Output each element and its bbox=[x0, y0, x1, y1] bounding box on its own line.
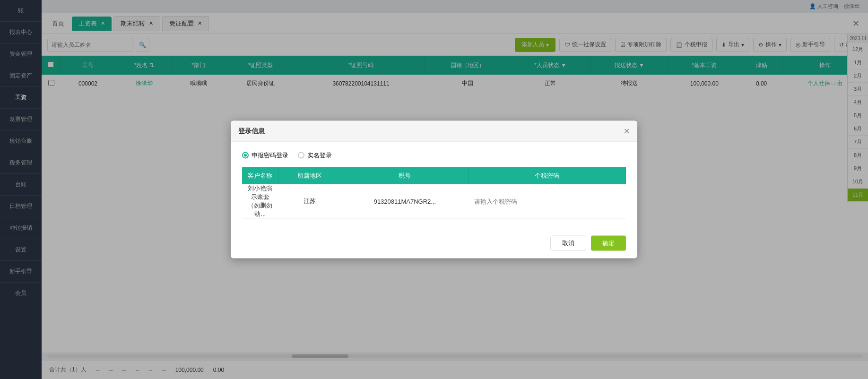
inner-table-row: 刘小艳演示账套（勿删勿动... 江苏 91320811MA7NGR2... bbox=[242, 184, 626, 219]
modal-close-icon[interactable]: ✕ bbox=[624, 127, 630, 136]
modal-header: 登录信息 ✕ bbox=[231, 121, 637, 142]
modal-footer: 取消 确定 bbox=[231, 228, 637, 258]
inner-table-header: 客户名称 所属地区 税号 个税密码 bbox=[242, 167, 626, 184]
confirm-button[interactable]: 确定 bbox=[591, 236, 626, 251]
col-region: 所属地区 bbox=[278, 167, 341, 184]
radio-realname-dot bbox=[298, 152, 304, 159]
password-cell[interactable] bbox=[469, 184, 625, 219]
login-table: 客户名称 所属地区 税号 个税密码 刘小艳演示账套（勿删勿动... 江苏 913… bbox=[242, 167, 626, 219]
modal-body: 申报密码登录 实名登录 客户名称 所属地区 税号 个税密码 刘小艳演示账套（勿删… bbox=[231, 142, 637, 228]
radio-realname-login[interactable]: 实名登录 bbox=[298, 151, 332, 160]
login-info-modal: 登录信息 ✕ 申报密码登录 实名登录 客户名称 所属地区 税号 个税密码 bbox=[231, 121, 637, 258]
radio-password-dot bbox=[242, 152, 249, 159]
modal-title: 登录信息 bbox=[238, 127, 265, 135]
cancel-button[interactable]: 取消 bbox=[550, 236, 586, 251]
client-name-cell: 刘小艳演示账套（勿删勿动... bbox=[242, 184, 278, 219]
radio-group: 申报密码登录 实名登录 bbox=[242, 151, 626, 160]
col-client-name: 客户名称 bbox=[242, 167, 278, 184]
tax-id-cell: 91320811MA7NGR2... bbox=[341, 184, 469, 219]
radio-password-login[interactable]: 申报密码登录 bbox=[242, 151, 288, 160]
col-tax-id: 税号 bbox=[341, 167, 469, 184]
region-cell: 江苏 bbox=[278, 184, 341, 219]
individual-tax-password-input[interactable] bbox=[474, 198, 620, 205]
col-password: 个税密码 bbox=[469, 167, 625, 184]
